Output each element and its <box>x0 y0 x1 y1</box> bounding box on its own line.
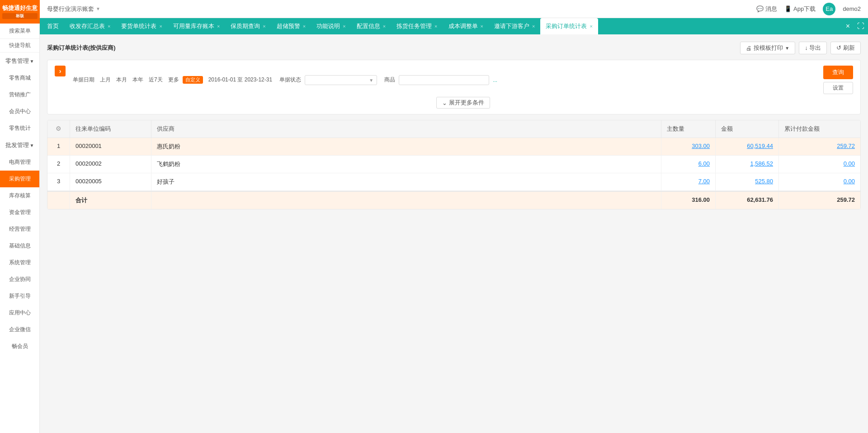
tab-home[interactable]: 首页 <box>42 18 64 34</box>
close-icon[interactable]: × <box>343 24 345 29</box>
close-icon[interactable]: × <box>481 24 483 29</box>
this-month-btn[interactable]: 本月 <box>114 76 129 84</box>
tab-function-desc[interactable]: 功能说明 × <box>311 18 351 34</box>
table-footer: 合计 316.00 62,631.76 259.72 <box>47 191 860 209</box>
refresh-button[interactable]: ↺ 刷新 <box>830 42 861 54</box>
goods-input[interactable] <box>399 75 489 85</box>
table-row: 2 00020002 飞鹤奶粉 6.00 1,586.52 0.00 <box>47 156 860 173</box>
sidebar-item-retail-stats[interactable]: 零售统计 <box>0 120 39 137</box>
last-7days-btn[interactable]: 近7天 <box>147 76 165 84</box>
last-month-btn[interactable]: 上月 <box>98 76 113 84</box>
footer-paid: 259.72 <box>779 192 860 209</box>
tab-label: 拣货任务管理 <box>396 22 432 30</box>
sidebar-item-marketing[interactable]: 营销推广 <box>0 86 39 103</box>
sidebar-item-finance[interactable]: 资金管理 <box>0 204 39 221</box>
cell-paid[interactable]: 0.00 <box>779 173 860 190</box>
tab-purchase-stats[interactable]: 要货单统计表 × <box>116 18 167 34</box>
cell-qty[interactable]: 303.00 <box>661 138 716 155</box>
tab-purchase-order-stats[interactable]: 采购订单统计表 × <box>540 18 598 34</box>
close-icon[interactable]: × <box>383 24 386 29</box>
export-button[interactable]: ↓ 导出 <box>799 42 827 54</box>
sidebar-item-guide[interactable]: 新手引导 <box>0 288 39 305</box>
quick-nav[interactable]: 快捷导航 <box>0 39 39 52</box>
tab-pick-task[interactable]: 拣货任务管理 × <box>391 18 443 34</box>
close-icon[interactable]: × <box>303 24 306 29</box>
expand-conditions-button[interactable]: ⌄ 展开更多条件 <box>436 97 490 109</box>
sidebar-item-member[interactable]: 会员中心 <box>0 103 39 120</box>
cell-qty[interactable]: 6.00 <box>661 156 716 173</box>
page-title: 采购订单统计表(按供应商) <box>47 44 116 52</box>
table-row: 3 00020005 好孩子 7.00 525.80 0.00 <box>47 173 860 191</box>
date-shortcuts: 上月 本月 本年 近7天 更多 自定义 <box>98 76 203 84</box>
print-dropdown-icon: ▼ <box>785 46 789 51</box>
date-range-display: 2016-01-01 至 2023-12-31 <box>208 76 272 84</box>
user-avatar[interactable]: Ea <box>823 3 835 15</box>
close-icon[interactable]: × <box>532 24 535 29</box>
date-filter-label: 单据日期 <box>73 76 94 84</box>
sidebar-item-basic[interactable]: 基础信息 <box>0 238 39 254</box>
sidebar-item-retail-mgmt[interactable]: 零售管理 ▼ <box>0 52 39 70</box>
export-icon: ↓ <box>805 44 809 51</box>
sidebar-item-retail-shop[interactable]: 零售商城 <box>0 70 39 86</box>
custom-date-badge[interactable]: 自定义 <box>183 76 203 84</box>
tab-home-label: 首页 <box>47 22 59 30</box>
cell-qty[interactable]: 7.00 <box>661 173 716 190</box>
tab-expiry[interactable]: 保质期查询 × <box>225 18 271 34</box>
header-right: 💬 消息 📱 App下载 Ea demo2 <box>756 3 861 15</box>
settings-button[interactable]: 设置 <box>823 82 853 94</box>
tab-available-inventory[interactable]: 可用量库存账本 × <box>168 18 225 34</box>
sidebar-item-purchase[interactable]: 采购管理 <box>0 171 39 187</box>
cell-paid[interactable]: 259.72 <box>779 138 860 155</box>
cell-amount[interactable]: 60,519.44 <box>716 138 779 155</box>
close-icon[interactable]: × <box>108 24 110 29</box>
sidebar-item-ecommerce[interactable]: 电商管理 <box>0 154 39 171</box>
sidebar-item-wholesale[interactable]: 批发管理 ▼ <box>0 137 39 154</box>
tab-cost-adjust[interactable]: 成本调整单 × <box>443 18 489 34</box>
fullscreen-icon[interactable]: ⛶ <box>855 22 866 30</box>
sidebar-item-wechat[interactable]: 企业微信 <box>0 321 39 338</box>
col-header-supplier: 供应商 <box>151 120 661 138</box>
status-select[interactable] <box>305 75 377 85</box>
search-menu[interactable]: 搜索菜单 <box>0 24 39 39</box>
tab-receive-summary[interactable]: 收发存汇总表 × <box>64 18 116 34</box>
cell-amount[interactable]: 525.80 <box>716 173 779 190</box>
close-window-icon[interactable]: × <box>844 22 852 30</box>
close-icon[interactable]: × <box>263 24 265 29</box>
sidebar-item-inventory[interactable]: 库存核算 <box>0 187 39 204</box>
more-date-btn[interactable]: 更多 <box>166 76 181 84</box>
sidebar-item-app-center[interactable]: 应用中心 <box>0 305 39 321</box>
chevron-down-icon: ▼ <box>30 59 34 64</box>
cell-amount[interactable]: 1,586.52 <box>716 156 779 173</box>
org-selector[interactable]: 母婴行业演示账套 ▼ <box>47 5 100 13</box>
tab-label: 可用量库存账本 <box>173 22 214 30</box>
app-download-button[interactable]: 📱 App下载 <box>784 5 816 13</box>
sidebar-item-system[interactable]: 系统管理 <box>0 254 39 271</box>
message-button[interactable]: 💬 消息 <box>756 5 777 13</box>
sidebar-item-enterprise[interactable]: 企业协同 <box>0 271 39 288</box>
this-year-btn[interactable]: 本年 <box>131 76 145 84</box>
cell-supplier: 惠氏奶粉 <box>151 138 661 155</box>
filter-toggle-button[interactable]: › <box>55 66 66 76</box>
tab-invite-downstream[interactable]: 邀请下游客户 × <box>489 18 540 34</box>
sidebar-item-vip[interactable]: 畅会员 <box>0 338 39 355</box>
column-settings-icon[interactable]: ⚙ <box>56 125 61 132</box>
header-bar: 母婴行业演示账套 ▼ 💬 消息 📱 App下载 Ea demo2 <box>40 0 868 18</box>
wholesale-label: 批发管理 <box>5 141 29 149</box>
more-filter-btn[interactable]: ... <box>493 77 497 83</box>
close-icon-active[interactable]: × <box>590 24 592 29</box>
close-icon[interactable]: × <box>159 24 162 29</box>
query-button[interactable]: 查询 <box>823 66 853 79</box>
footer-label: 合计 <box>70 192 151 209</box>
print-button[interactable]: 🖨 按模板打印 ▼ <box>740 42 795 54</box>
refresh-label: 刷新 <box>843 44 855 51</box>
tab-label: 收发存汇总表 <box>70 22 105 30</box>
cell-supplier: 好孩子 <box>151 173 661 190</box>
tab-config[interactable]: 配置信息 × <box>351 18 391 34</box>
cell-paid[interactable]: 0.00 <box>779 156 860 173</box>
close-icon[interactable]: × <box>217 24 220 29</box>
message-icon: 💬 <box>756 5 764 12</box>
tab-overstock[interactable]: 超储预警 × <box>271 18 311 34</box>
cell-code: 00020001 <box>70 138 151 155</box>
close-icon[interactable]: × <box>434 24 437 29</box>
sidebar-item-business[interactable]: 经营管理 <box>0 221 39 238</box>
